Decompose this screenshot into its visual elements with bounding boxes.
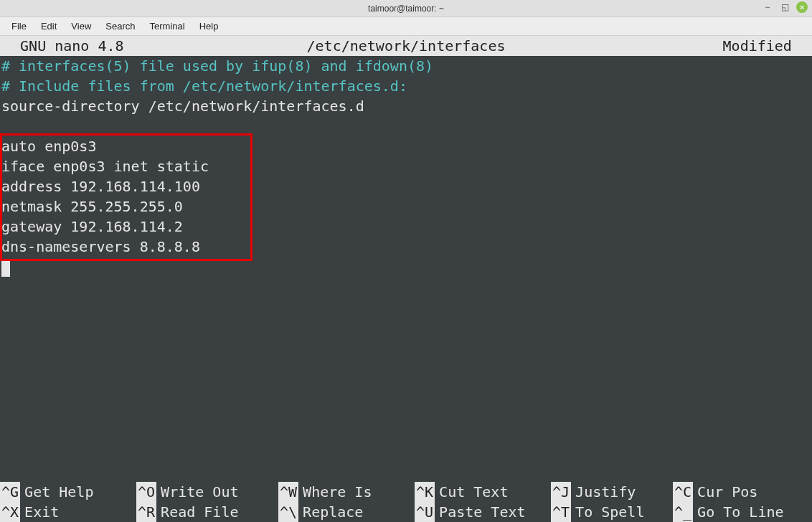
editor-line: iface enp0s3 inet static <box>1 156 811 176</box>
shortcut-key: ^R <box>136 502 156 522</box>
editor-content[interactable]: # interfaces(5) file used by ifup(8) and… <box>0 56 812 277</box>
shortcut-replace: ^\ Replace <box>278 502 415 522</box>
shortcut-key: ^T <box>551 502 571 522</box>
cursor-line <box>1 257 811 277</box>
shortcut-key: ^_ <box>673 502 693 522</box>
shortcut-label: Go To Line <box>697 502 783 522</box>
menu-file[interactable]: File <box>6 19 32 33</box>
editor-line: gateway 192.168.114.2 <box>1 217 811 237</box>
shortcut-label: Write Out <box>161 482 238 502</box>
editor-line: netmask 255.255.255.0 <box>1 196 811 217</box>
window-title: taimoor@taimoor: ~ <box>368 4 444 14</box>
shortcut-row-2: ^X Exit ^R Read File ^\ Replace ^U Paste… <box>0 502 812 522</box>
shortcut-where-is: ^W Where Is <box>278 482 415 502</box>
shortcut-justify: ^J Justify <box>551 482 673 502</box>
shortcut-key: ^X <box>0 502 20 522</box>
shortcut-label: Exit <box>24 502 59 522</box>
shortcut-read-file: ^R Read File <box>136 502 278 522</box>
editor-line: dns-nameservers 8.8.8.8 <box>1 237 811 257</box>
maximize-button[interactable]: ◱ <box>779 1 790 13</box>
shortcut-cur-pos: ^C Cur Pos <box>673 482 809 502</box>
shortcut-write-out: ^O Write Out <box>136 482 278 502</box>
nano-filename: /etc/network/interfaces <box>307 36 506 56</box>
nano-status: Modified <box>723 36 809 56</box>
editor-line: # interfaces(5) file used by ifup(8) and… <box>1 56 811 76</box>
minimize-button[interactable]: − <box>762 1 773 13</box>
shortcut-key: ^J <box>551 482 571 502</box>
menu-search[interactable]: Search <box>100 19 141 33</box>
nano-version: GNU nano 4.8 <box>3 36 124 56</box>
nano-shortcut-bar: ^G Get Help ^O Write Out ^W Where Is ^K … <box>0 482 812 522</box>
shortcut-label: Justify <box>575 482 636 502</box>
editor-line: address 192.168.114.100 <box>1 176 811 196</box>
shortcut-cut-text: ^K Cut Text <box>415 482 551 502</box>
shortcut-label: Cur Pos <box>697 482 757 502</box>
shortcut-key: ^U <box>415 502 435 522</box>
shortcut-paste-text: ^U Paste Text <box>415 502 551 522</box>
shortcut-label: Paste Text <box>439 502 525 522</box>
shortcut-key: ^O <box>136 482 156 502</box>
menu-terminal[interactable]: Terminal <box>144 19 191 33</box>
shortcut-row-1: ^G Get Help ^O Write Out ^W Where Is ^K … <box>0 482 812 502</box>
shortcut-label: Read File <box>161 502 238 522</box>
editor-line: # Include files from /etc/network/interf… <box>1 76 811 96</box>
shortcut-key: ^W <box>278 482 298 502</box>
shortcut-label: Get Help <box>24 482 93 502</box>
shortcut-label: Cut Text <box>439 482 508 502</box>
close-button[interactable]: ✕ <box>796 1 808 13</box>
shortcut-key: ^G <box>0 482 20 502</box>
editor-line <box>1 116 811 136</box>
editor-line: source-directory /etc/network/interfaces… <box>1 96 811 116</box>
shortcut-to-spell: ^T To Spell <box>551 502 673 522</box>
shortcut-exit: ^X Exit <box>0 502 136 522</box>
window-titlebar: taimoor@taimoor: ~ − ◱ ✕ <box>0 0 812 17</box>
shortcut-key: ^K <box>415 482 435 502</box>
shortcut-label: Where Is <box>303 482 372 502</box>
shortcut-label: Replace <box>303 502 363 522</box>
menu-bar: File Edit View Search Terminal Help <box>0 17 812 36</box>
nano-header-bar: GNU nano 4.8 /etc/network/interfaces Mod… <box>0 36 812 56</box>
window-controls: − ◱ ✕ <box>762 1 808 13</box>
shortcut-key: ^\ <box>278 502 298 522</box>
shortcut-label: To Spell <box>575 502 644 522</box>
shortcut-go-to-line: ^_ Go To Line <box>673 502 809 522</box>
terminal-area[interactable]: GNU nano 4.8 /etc/network/interfaces Mod… <box>0 36 812 522</box>
shortcut-key: ^C <box>673 482 693 502</box>
menu-view[interactable]: View <box>65 19 97 33</box>
shortcut-get-help: ^G Get Help <box>0 482 136 502</box>
editor-line: auto enp0s3 <box>1 136 811 156</box>
menu-help[interactable]: Help <box>194 19 225 33</box>
text-cursor <box>1 261 10 277</box>
menu-edit[interactable]: Edit <box>35 19 62 33</box>
